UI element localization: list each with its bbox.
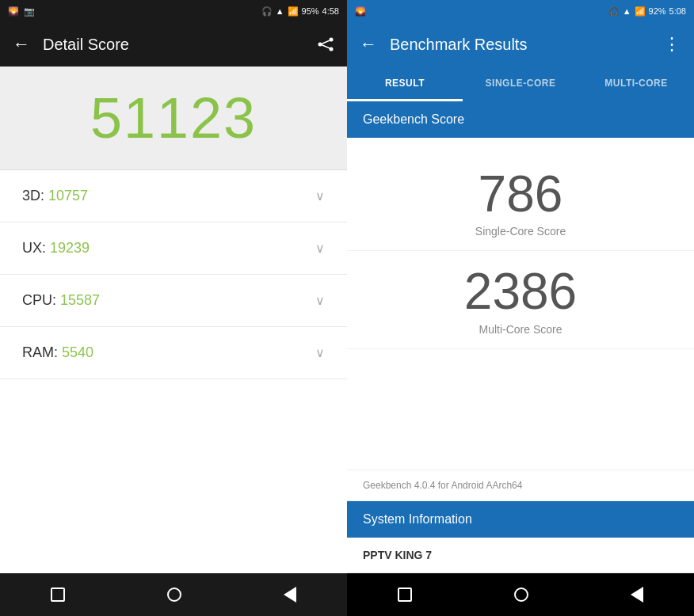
system-info-header: System Information <box>347 501 694 538</box>
status-right-left-icons: 🌄 <box>355 6 366 17</box>
page-title: Detail Score <box>43 36 304 54</box>
time-left: 4:58 <box>322 6 339 16</box>
svg-line-4 <box>321 44 331 49</box>
screenshot-icon: 📷 <box>24 6 35 17</box>
nav-home-icon[interactable] <box>167 587 181 602</box>
label-ux: UX: 19239 <box>22 240 90 257</box>
photo-icon-right: 🌄 <box>355 6 366 17</box>
status-right-info: 🎧 ▲ 📶 95% 4:58 <box>261 6 339 17</box>
single-core-label: Single-Core Score <box>475 225 566 238</box>
detail-item-ram[interactable]: RAM: 5540 ∨ <box>0 327 347 379</box>
detail-item-cpu[interactable]: CPU: 15587 ∨ <box>0 275 347 327</box>
multi-core-label: Multi-Core Score <box>479 323 562 336</box>
headphone-icon: 🎧 <box>261 6 273 17</box>
multi-core-score: 2386 <box>464 264 577 319</box>
value-3d: 10757 <box>48 188 88 203</box>
value-ux: 19239 <box>50 240 90 256</box>
nav-back-icon[interactable] <box>284 587 296 603</box>
nav-recents-icon-right[interactable] <box>398 587 412 602</box>
single-core-score: 786 <box>479 166 563 222</box>
footnote: Geekbench 4.0.4 for Android AArch64 <box>347 470 694 501</box>
label-ram: RAM: 5540 <box>22 344 93 361</box>
detail-item-3d[interactable]: 3D: 10757 ∨ <box>0 170 347 222</box>
label-3d: 3D: 10757 <box>22 188 88 204</box>
value-ram: 5540 <box>62 344 93 360</box>
benchmark-title: Benchmark Results <box>390 36 650 54</box>
tab-multi-core[interactable]: MULTI-CORE <box>578 67 694 101</box>
wifi-icon-right: ▲ <box>623 6 631 16</box>
back-button[interactable]: ← <box>13 34 30 55</box>
detail-item-ux[interactable]: UX: 19239 ∨ <box>0 222 347 275</box>
wifi-icon: ▲ <box>276 6 284 16</box>
geekbench-header: Geekbench Score <box>347 101 694 138</box>
chevron-ram: ∨ <box>315 345 325 360</box>
toolbar-right: ← Benchmark Results ⋮ <box>347 22 694 67</box>
signal-icon-right: 📶 <box>635 6 646 17</box>
back-button-right[interactable]: ← <box>360 34 377 55</box>
battery-right: 92% <box>649 6 666 16</box>
chevron-ux: ∨ <box>315 241 325 256</box>
nav-bar-right <box>347 573 694 616</box>
overflow-menu-icon[interactable]: ⋮ <box>663 34 681 55</box>
detail-items: 3D: 10757 ∨ UX: 19239 ∨ CPU: 15587 ∨ RAM… <box>0 170 347 573</box>
status-bar-left: 🌄 📷 🎧 ▲ 📶 95% 4:58 <box>0 0 347 22</box>
label-cpu: CPU: 15587 <box>22 292 100 309</box>
label-3d-text: 3D: <box>22 188 48 203</box>
photo-icon: 🌄 <box>8 6 19 17</box>
nav-back-icon-right[interactable] <box>631 587 643 603</box>
share-icon[interactable] <box>317 37 334 51</box>
main-score: 51123 <box>90 86 257 150</box>
battery-left: 95% <box>302 6 319 16</box>
device-name-row: PPTV KING 7 <box>347 538 694 573</box>
nav-home-icon-right[interactable] <box>514 587 528 602</box>
tab-single-core[interactable]: SINGLE-CORE <box>463 67 578 101</box>
status-bar-right: 🌄 🎧 ▲ 📶 92% 5:08 <box>347 0 694 22</box>
status-left-icons: 🌄 📷 <box>8 6 35 17</box>
chevron-cpu: ∨ <box>315 293 325 308</box>
left-panel: 🌄 📷 🎧 ▲ 📶 95% 4:58 ← Detail Score 511 <box>0 0 347 616</box>
multi-core-block: 2386 Multi-Core Score <box>347 251 694 348</box>
headphone-icon-right: 🎧 <box>608 6 620 17</box>
tab-result[interactable]: RESULT <box>347 67 463 101</box>
nav-recents-icon[interactable] <box>51 587 65 602</box>
scores-area: 786 Single-Core Score 2386 Multi-Core Sc… <box>347 138 694 470</box>
toolbar-left: ← Detail Score <box>0 22 347 67</box>
nav-bar-left <box>0 573 347 616</box>
svg-line-3 <box>321 40 331 45</box>
score-section: 51123 <box>0 67 347 170</box>
right-panel: 🌄 🎧 ▲ 📶 92% 5:08 ← Benchmark Results ⋮ R… <box>347 0 694 616</box>
single-core-block: 786 Single-Core Score <box>347 154 694 251</box>
status-right-right-info: 🎧 ▲ 📶 92% 5:08 <box>608 6 686 17</box>
chevron-3d: ∨ <box>315 188 325 203</box>
tabs-bar: RESULT SINGLE-CORE MULTI-CORE <box>347 67 694 101</box>
signal-icon: 📶 <box>288 6 299 17</box>
value-cpu: 15587 <box>60 292 100 308</box>
time-right: 5:08 <box>669 6 686 16</box>
